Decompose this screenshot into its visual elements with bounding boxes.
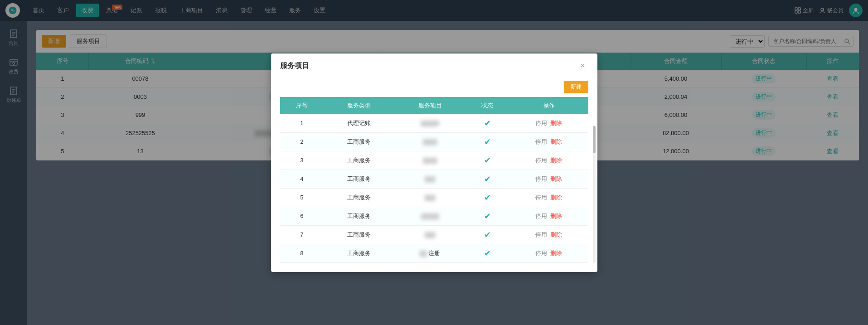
list-item: 6 工商服务 █████ ✔ 停用 删除 bbox=[280, 207, 588, 225]
stop-btn-2[interactable]: 停用 bbox=[535, 138, 547, 145]
status-active-icon: ✔ bbox=[484, 175, 491, 184]
list-item: 2 工商服务 ████ ✔ 停用 删除 bbox=[280, 132, 588, 151]
stop-btn-1[interactable]: 停用 bbox=[535, 120, 547, 126]
status-active-icon: ✔ bbox=[484, 249, 491, 258]
service-table: 序号 服务类型 服务项目 状态 操作 1 代理记账 ████ 1 ✔ 停用 bbox=[280, 97, 588, 263]
list-item: 1 代理记账 ████ 1 ✔ 停用 删除 bbox=[280, 114, 588, 133]
delete-btn-4[interactable]: 删除 bbox=[550, 175, 562, 182]
delete-btn-7[interactable]: 删除 bbox=[550, 231, 562, 238]
modal-toolbar: 新建 bbox=[271, 77, 597, 97]
modal-overlay[interactable]: 服务项目 × 新建 序号 服务类型 服务项目 状态 操作 bbox=[0, 0, 868, 325]
status-active-icon: ✔ bbox=[484, 230, 491, 239]
delete-btn-3[interactable]: 删除 bbox=[550, 157, 562, 164]
service-project-modal: 服务项目 × 新建 序号 服务类型 服务项目 状态 操作 bbox=[271, 53, 597, 272]
status-active-icon: ✔ bbox=[484, 119, 491, 128]
modal-title: 服务项目 bbox=[280, 61, 309, 71]
stop-btn-7[interactable]: 停用 bbox=[535, 231, 547, 238]
delete-btn-5[interactable]: 删除 bbox=[550, 194, 562, 201]
status-active-icon: ✔ bbox=[484, 137, 491, 146]
status-active-icon: ✔ bbox=[484, 156, 491, 165]
modal-header: 服务项目 × bbox=[271, 53, 597, 77]
modal-col-status: 状态 bbox=[466, 97, 509, 114]
list-item: 7 工商服务 ███ ✔ 停用 删除 bbox=[280, 225, 588, 244]
stop-btn-6[interactable]: 停用 bbox=[535, 213, 547, 219]
delete-btn-2[interactable]: 删除 bbox=[550, 138, 562, 145]
modal-col-actions: 操作 bbox=[509, 97, 588, 114]
stop-btn-8[interactable]: 停用 bbox=[535, 250, 547, 257]
stop-btn-5[interactable]: 停用 bbox=[535, 194, 547, 201]
list-item: 4 工商服务 ███ ✔ 停用 删除 bbox=[280, 170, 588, 188]
stop-btn-4[interactable]: 停用 bbox=[535, 175, 547, 182]
scrollbar-thumb[interactable] bbox=[593, 126, 596, 153]
status-active-icon: ✔ bbox=[484, 193, 491, 202]
modal-new-button[interactable]: 新建 bbox=[564, 81, 588, 93]
list-item: 3 工商服务 ████ ✔ 停用 删除 bbox=[280, 151, 588, 170]
list-item: 8 工商服务 ██ 注册 ✔ 停用 删除 bbox=[280, 244, 588, 262]
delete-btn-1[interactable]: 删除 bbox=[550, 120, 562, 126]
scrollbar-track[interactable] bbox=[593, 126, 596, 263]
delete-btn-6[interactable]: 删除 bbox=[550, 213, 562, 219]
modal-col-project: 服务项目 bbox=[395, 97, 466, 114]
stop-btn-3[interactable]: 停用 bbox=[535, 157, 547, 164]
modal-col-type: 服务类型 bbox=[324, 97, 394, 114]
modal-body: 序号 服务类型 服务项目 状态 操作 1 代理记账 ████ 1 ✔ 停用 bbox=[271, 97, 597, 272]
modal-col-seq: 序号 bbox=[280, 97, 324, 114]
status-active-icon: ✔ bbox=[484, 212, 491, 221]
delete-btn-8[interactable]: 删除 bbox=[550, 250, 562, 257]
list-item: 5 工商服务 ███ ✔ 停用 删除 bbox=[280, 188, 588, 207]
modal-close-button[interactable]: × bbox=[577, 61, 588, 72]
